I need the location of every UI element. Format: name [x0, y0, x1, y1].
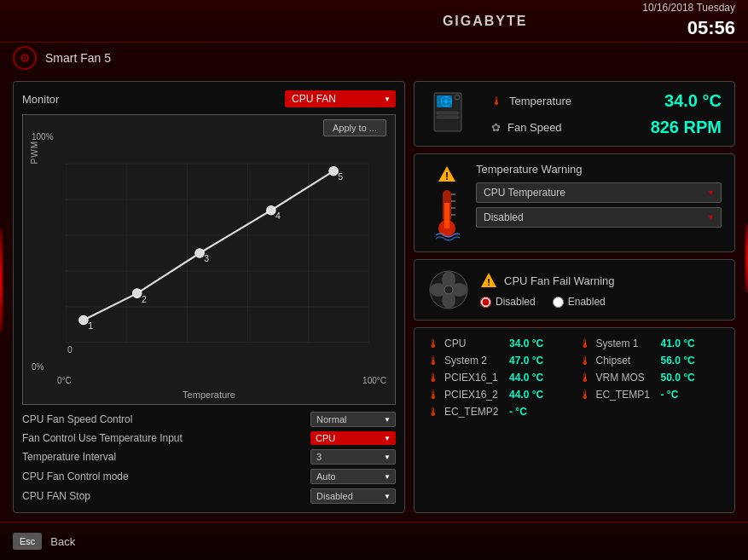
back-label: Back [50, 535, 75, 548]
setting-select-4[interactable]: Disabled [310, 488, 396, 504]
setting-select-wrapper-2[interactable]: 3 [310, 449, 396, 465]
curve-point-3 [195, 249, 204, 257]
fan-fail-icon [427, 268, 470, 311]
setting-select-0[interactable]: Normal [310, 412, 396, 427]
temp-name-pci2: PCIEX16_2 [444, 389, 504, 401]
chart-x-right: 100°C [362, 376, 386, 385]
setting-row-0: CPU Fan Speed Control Normal [22, 412, 396, 427]
apply-btn[interactable]: Apply to ... [323, 119, 386, 136]
settings-section: CPU Fan Speed Control Normal Fan Control… [22, 412, 396, 504]
temp-name-ectemp2: EC_TEMP2 [444, 406, 504, 418]
setting-row-2: Temperature Interval 3 [22, 449, 396, 465]
fan-fail-title-row: ! CPU Fan Fail Warning [480, 272, 722, 289]
setting-select-wrapper-3[interactable]: Auto [310, 469, 396, 484]
temp-warning-card: ! [414, 153, 735, 252]
radio-disabled-label: Disabled [496, 296, 536, 308]
temp-name-ectemp1: EC_TEMP1 [596, 389, 656, 401]
setting-label-3: CPU Fan Control mode [22, 471, 129, 482]
fan-curve-chart[interactable]: 1 2 3 4 5 0 [66, 132, 369, 374]
setting-select-2[interactable]: 3 [310, 449, 396, 465]
temp-item-cpu: 🌡 CPU 34.0 °C [427, 337, 571, 350]
setting-label-4: CPU FAN Stop [22, 490, 90, 502]
fan-fail-title: CPU Fan Fail Warning [504, 274, 615, 287]
temp-val-ectemp2: - °C [509, 406, 527, 418]
right-panel: 🌡 Temperature 34.0 °C ✿ Fan Speed 826 RP… [414, 81, 735, 513]
svg-text:2: 2 [142, 295, 147, 304]
temp-icon-pci1: 🌡 [427, 371, 439, 384]
svg-text:!: ! [445, 170, 449, 182]
setting-select-wrapper-1[interactable]: CPU [310, 431, 396, 445]
temp-warning-title: Temperature Warning [476, 163, 722, 176]
header-logo: GIGABYTE [328, 14, 642, 29]
temp-icon-cpu: 🌡 [427, 337, 439, 350]
fan-speed-value: 826 RPM [651, 118, 722, 137]
radio-disabled-input[interactable] [480, 297, 491, 308]
svg-text:!: ! [487, 277, 490, 287]
temp-warning-select2[interactable]: Disabled [476, 207, 722, 228]
monitor-select[interactable]: CPU FAN [285, 90, 396, 107]
chart-container: Apply to ... PWM 100% 0% 0°C 100°C Tempe… [22, 114, 396, 405]
temp-grid: 🌡 CPU 34.0 °C 🌡 System 1 41.0 °C 🌡 Syste… [427, 337, 722, 419]
temp-icon-sys1: 🌡 [579, 337, 591, 350]
left-panel: Monitor CPU FAN Apply to ... PWM 100% 0%… [13, 81, 405, 513]
setting-row-1: Fan Control Use Temperature Input CPU [22, 431, 396, 445]
sub-header-title: Smart Fan 5 [45, 51, 111, 65]
chart-x-left: 0°C [57, 376, 72, 385]
temp-item-sys1: 🌡 System 1 41.0 °C [579, 337, 722, 350]
temp-item-ectemp2: 🌡 EC_TEMP2 - °C [427, 405, 571, 419]
setting-select-wrapper-4[interactable]: Disabled [310, 488, 396, 504]
curve-point-4 [267, 206, 275, 215]
temp-warning-select2-wrapper[interactable]: Disabled [476, 207, 722, 228]
temp-item-pci2: 🌡 PCIEX16_2 44.0 °C [427, 388, 571, 401]
gear-icon: ⚙ [13, 46, 37, 70]
esc-button[interactable]: Esc [13, 533, 42, 550]
temp-item-sys2: 🌡 System 2 47.0 °C [427, 354, 571, 367]
chart-x-label: Temperature [183, 390, 235, 400]
temp-icon-ectemp2: 🌡 [427, 405, 439, 419]
radio-disabled[interactable]: Disabled [480, 296, 536, 308]
status-card: 🌡 Temperature 34.0 °C ✿ Fan Speed 826 RP… [414, 81, 735, 147]
temp-warning-select1[interactable]: CPU Temperature [476, 182, 722, 203]
svg-rect-26 [437, 116, 459, 118]
curve-point-1 [79, 315, 88, 324]
pc-icon [427, 90, 478, 137]
monitor-select-wrapper[interactable]: CPU FAN [285, 90, 396, 107]
temp-monitor-card: 🌡 CPU 34.0 °C 🌡 System 1 41.0 °C 🌡 Syste… [414, 327, 735, 513]
svg-text:1: 1 [88, 321, 93, 331]
setting-select-3[interactable]: Auto [310, 469, 396, 484]
main-content: Monitor CPU FAN Apply to ... PWM 100% 0%… [0, 72, 748, 522]
setting-row-3: CPU Fan Control mode Auto [22, 469, 396, 484]
header: GIGABYTE 10/16/2018 Tuesday 05:56 [0, 0, 748, 43]
status-temp-row: 🌡 Temperature 34.0 °C [491, 91, 722, 111]
temp-name-pci1: PCIEX16_1 [444, 372, 504, 384]
status-temp-label: 🌡 Temperature [491, 95, 571, 107]
temp-name-sys2: System 2 [444, 355, 504, 367]
temp-warning-select1-wrapper[interactable]: CPU Temperature [476, 182, 722, 203]
status-fan-row: ✿ Fan Speed 826 RPM [491, 118, 722, 137]
setting-select-1[interactable]: CPU [310, 431, 396, 445]
temp-item-chipset: 🌡 Chipset 56.0 °C [579, 354, 722, 367]
temp-val-cpu: 34.0 °C [509, 338, 543, 349]
svg-text:0: 0 [67, 345, 72, 355]
temp-name-chipset: Chipset [596, 355, 656, 367]
warning-triangle-icon: ! [438, 165, 456, 183]
temp-val-pci1: 44.0 °C [509, 372, 543, 384]
setting-select-wrapper-0[interactable]: Normal [310, 412, 396, 427]
temp-val-chipset: 56.0 °C [661, 355, 695, 367]
setting-row-4: CPU FAN Stop Disabled [22, 488, 396, 504]
temp-val-ectemp1: - °C [661, 389, 679, 401]
temp-warning-content: Temperature Warning CPU Temperature Disa… [476, 163, 722, 232]
pc-svg-icon [430, 90, 477, 137]
warning-icon-col: ! [427, 163, 466, 243]
radio-enabled-input[interactable] [553, 297, 564, 308]
bottom-bar: Esc Back [0, 522, 748, 560]
header-datetime: 10/16/2018 Tuesday 05:56 [642, 1, 735, 42]
temp-item-vrm: 🌡 VRM MOS 50.0 °C [579, 371, 722, 384]
header-date: 10/16/2018 Tuesday [642, 1, 735, 15]
radio-enabled[interactable]: Enabled [553, 296, 606, 308]
svg-rect-25 [437, 112, 459, 114]
temp-item-ectemp1: 🌡 EC_TEMP1 - °C [579, 388, 722, 401]
thermometer-icon [427, 183, 466, 243]
setting-label-2: Temperature Interval [22, 451, 116, 463]
curve-point-2 [133, 289, 142, 297]
